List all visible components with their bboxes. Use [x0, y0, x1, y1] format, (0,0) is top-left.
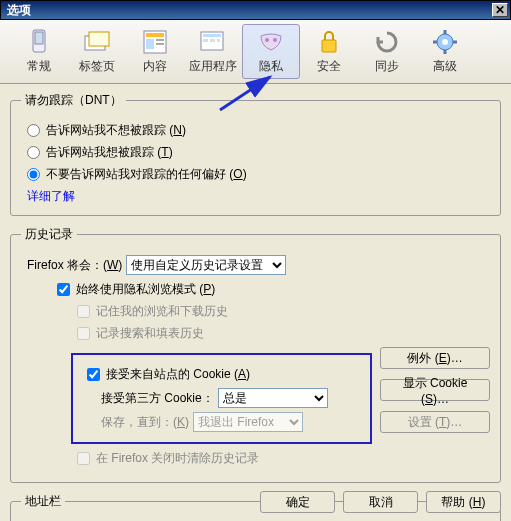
locationbar-legend: 地址栏: [21, 493, 65, 510]
svg-rect-16: [322, 40, 336, 52]
remember-browse-checkbox: [77, 305, 90, 318]
dnt-legend: 请勿跟踪（DNT）: [21, 92, 126, 109]
tab-general[interactable]: 常规: [10, 24, 68, 79]
help-button[interactable]: 帮助 (H): [426, 491, 501, 513]
clear-on-close-checkbox: [77, 452, 90, 465]
remember-browse-row: 记住我的浏览和下载历史: [77, 303, 490, 320]
tab-content[interactable]: 内容: [126, 24, 184, 79]
tab-tabs[interactable]: 标签页: [68, 24, 126, 79]
close-button[interactable]: ✕: [492, 3, 508, 17]
window-title: 选项: [3, 2, 492, 19]
history-fieldset: 历史记录 Firefox 将会：(W) 使用自定义历史记录设置 始终使用隐私浏览…: [10, 226, 501, 483]
dnt-option-no-pref[interactable]: 不要告诉网站我对跟踪的任何偏好 (O): [27, 166, 490, 183]
svg-rect-8: [156, 43, 164, 45]
applications-icon: [197, 28, 229, 56]
radio-track[interactable]: [27, 146, 40, 159]
svg-rect-5: [146, 33, 164, 37]
tab-security[interactable]: 安全: [300, 24, 358, 79]
cookie-highlight-box: 接受来自站点的 Cookie (A) 接受第三方 Cookie： 总是 保存，直…: [71, 353, 372, 444]
svg-rect-10: [203, 34, 221, 37]
third-party-row: 接受第三方 Cookie： 总是: [101, 388, 362, 408]
tabs-icon: [81, 28, 113, 56]
settings-button: 设置 (T)…: [380, 411, 490, 433]
svg-rect-1: [35, 32, 43, 44]
svg-rect-3: [89, 32, 109, 46]
dnt-learn-more-link[interactable]: 详细了解: [27, 188, 490, 205]
cancel-button[interactable]: 取消: [343, 491, 418, 513]
svg-rect-6: [146, 39, 154, 49]
history-mode-row: Firefox 将会：(W) 使用自定义历史记录设置: [27, 255, 490, 275]
accept-cookies-row[interactable]: 接受来自站点的 Cookie (A): [87, 366, 362, 383]
history-legend: 历史记录: [21, 226, 77, 243]
accept-cookies-checkbox[interactable]: [87, 368, 100, 381]
content-area: 请勿跟踪（DNT） 告诉网站我不想被跟踪 (N) 告诉网站我想被跟踪 (T) 不…: [0, 84, 511, 521]
svg-point-15: [273, 38, 277, 42]
keep-until-select: 我退出 Firefox: [193, 412, 303, 432]
dnt-option-track[interactable]: 告诉网站我想被跟踪 (T): [27, 144, 490, 161]
lock-icon: [313, 28, 345, 56]
exceptions-button[interactable]: 例外 (E)…: [380, 347, 490, 369]
clear-on-close-row: 在 Firefox 关闭时清除历史记录: [77, 450, 372, 467]
svg-point-18: [442, 39, 448, 45]
third-party-select[interactable]: 总是: [218, 388, 328, 408]
svg-point-14: [265, 38, 269, 42]
general-icon: [23, 28, 55, 56]
show-cookies-button[interactable]: 显示 Cookie (S)…: [380, 379, 490, 401]
radio-no-pref[interactable]: [27, 168, 40, 181]
content-icon: [139, 28, 171, 56]
tab-advanced[interactable]: 高级: [416, 24, 474, 79]
svg-rect-7: [156, 39, 164, 41]
always-private-checkbox-row[interactable]: 始终使用隐私浏览模式 (P): [57, 281, 490, 298]
tab-privacy[interactable]: 隐私: [242, 24, 300, 79]
dnt-fieldset: 请勿跟踪（DNT） 告诉网站我不想被跟踪 (N) 告诉网站我想被跟踪 (T) 不…: [10, 92, 501, 216]
dialog-buttons: 确定 取消 帮助 (H): [260, 491, 501, 513]
dnt-option-no-track[interactable]: 告诉网站我不想被跟踪 (N): [27, 122, 490, 139]
toolbar: 常规 标签页 内容 应用程序 隐私 安全 同步 高级: [0, 20, 511, 84]
remember-search-row: 记录搜索和填表历史: [77, 325, 490, 342]
svg-rect-13: [217, 39, 220, 42]
remember-search-checkbox: [77, 327, 90, 340]
svg-rect-11: [203, 39, 208, 42]
keep-until-row: 保存，直到：(K) 我退出 Firefox: [101, 412, 362, 432]
svg-rect-12: [210, 39, 215, 42]
sync-icon: [371, 28, 403, 56]
ok-button[interactable]: 确定: [260, 491, 335, 513]
history-mode-select[interactable]: 使用自定义历史记录设置: [126, 255, 286, 275]
privacy-mask-icon: [255, 28, 287, 56]
radio-no-track[interactable]: [27, 124, 40, 137]
tab-sync[interactable]: 同步: [358, 24, 416, 79]
tab-applications[interactable]: 应用程序: [184, 24, 242, 79]
title-bar: 选项 ✕: [0, 0, 511, 20]
always-private-checkbox[interactable]: [57, 283, 70, 296]
gear-icon: [429, 28, 461, 56]
